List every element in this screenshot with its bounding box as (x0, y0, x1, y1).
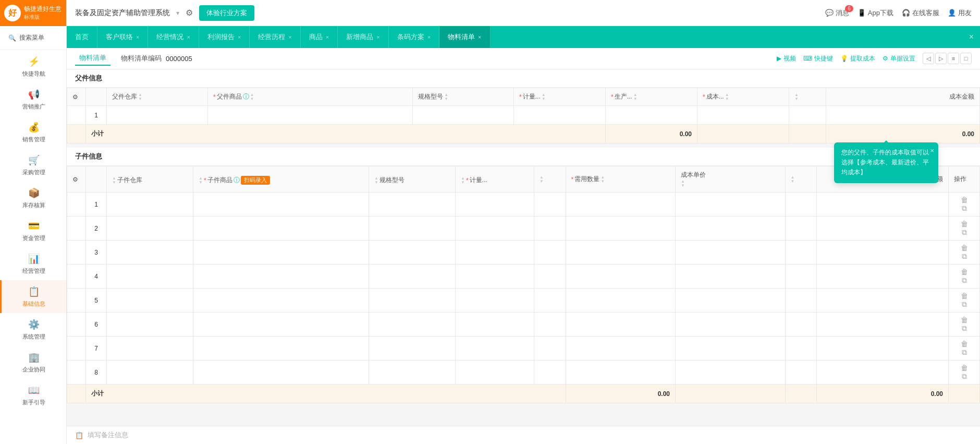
list-view-btn[interactable]: ≡ (948, 53, 959, 64)
child-row3-spec[interactable] (369, 241, 455, 265)
child-row5-spec[interactable] (369, 289, 455, 313)
tab-ops-status-close[interactable]: × (187, 34, 190, 40)
child-row1-warehouse[interactable] (107, 193, 193, 217)
child-row5-goods[interactable] (193, 289, 369, 313)
app-download-item[interactable]: 📱 App下载 (858, 8, 893, 18)
child-row7-unit[interactable] (455, 337, 534, 361)
sidebar-item-sales[interactable]: 💰 销售管理 (0, 116, 66, 149)
copy-row4-icon[interactable]: ⧉ (962, 276, 967, 284)
sub-tab-bom-list[interactable]: 物料清单 (75, 51, 111, 66)
delete-row8-icon[interactable]: 🗑 (961, 364, 968, 372)
copy-row3-icon[interactable]: ⧉ (962, 252, 967, 260)
bottom-label[interactable]: 填写备注信息 (88, 430, 128, 440)
sidebar-item-basic-info[interactable]: 📋 基础信息 (0, 280, 66, 313)
tab-customer[interactable]: 客户联络 × (97, 26, 148, 48)
delete-row6-icon[interactable]: 🗑 (961, 316, 968, 324)
child-row7-warehouse[interactable] (107, 337, 193, 361)
tab-ops-history-close[interactable]: × (288, 34, 291, 40)
sidebar-item-operations[interactable]: 📊 经营管理 (0, 247, 66, 280)
online-service-item[interactable]: 🎧 在线客服 (902, 8, 939, 18)
experience-btn[interactable]: 体验行业方案 (199, 5, 254, 21)
child-row6-qty[interactable] (566, 313, 675, 337)
child-row4-spec[interactable] (369, 265, 455, 289)
child-row2-cost-unit[interactable] (676, 217, 785, 241)
tab-goods[interactable]: 商品 × (301, 26, 338, 48)
tab-bom[interactable]: 物料清单 × (439, 26, 490, 48)
delete-row7-icon[interactable]: 🗑 (961, 340, 968, 348)
child-row6-spec[interactable] (369, 313, 455, 337)
copy-row2-icon[interactable]: ⧉ (962, 228, 967, 236)
child-col-gear[interactable]: ⚙ (67, 166, 86, 193)
grid-view-btn[interactable]: □ (960, 53, 972, 64)
prev-btn[interactable]: ◁ (923, 53, 934, 64)
child-row8-goods[interactable] (193, 361, 369, 385)
tab-bom-close[interactable]: × (478, 34, 481, 40)
parent-col-gear[interactable]: ⚙ (67, 88, 86, 106)
tooltip-close-btn[interactable]: × (930, 146, 934, 157)
sidebar-item-purchase[interactable]: 🛒 采购管理 (0, 149, 66, 182)
tab-customer-close[interactable]: × (136, 34, 139, 40)
delete-row4-icon[interactable]: 🗑 (961, 268, 968, 276)
sidebar-item-quick-nav[interactable]: ⚡ 快捷导航 (0, 50, 66, 83)
child-row8-warehouse[interactable] (107, 361, 193, 385)
copy-row5-icon[interactable]: ⧉ (962, 300, 967, 308)
child-row6-goods[interactable] (193, 313, 369, 337)
search-menu-button[interactable]: 🔍 搜索菜单 (4, 30, 62, 45)
child-row1-goods[interactable] (193, 193, 369, 217)
settings-icon[interactable]: ⚙ (186, 8, 193, 18)
user-item[interactable]: 👤 用友 (948, 8, 972, 18)
child-row7-goods[interactable] (193, 337, 369, 361)
tab-barcode-close[interactable]: × (427, 34, 431, 40)
tab-goods-close[interactable]: × (326, 34, 329, 40)
child-row2-qty[interactable] (566, 217, 675, 241)
copy-row8-icon[interactable]: ⧉ (962, 372, 967, 380)
child-row3-unit[interactable] (455, 241, 534, 265)
sidebar-item-marketing[interactable]: 📢 营销推广 (0, 83, 66, 116)
child-row4-unit[interactable] (455, 265, 534, 289)
parent-row-warehouse[interactable] (107, 106, 208, 125)
child-row1-qty[interactable] (566, 193, 675, 217)
child-row5-cost-unit[interactable] (676, 289, 785, 313)
sidebar-item-system[interactable]: ⚙️ 系统管理 (0, 313, 66, 346)
sidebar-item-enterprise[interactable]: 🏢 企业协同 (0, 346, 66, 379)
video-action[interactable]: ▶ 视频 (777, 54, 796, 63)
scan-badge[interactable]: 扫码录入 (241, 176, 270, 185)
child-row2-unit[interactable] (455, 217, 534, 241)
child-row4-cost-unit[interactable] (676, 265, 785, 289)
tab-barcode[interactable]: 条码方案 × (389, 26, 439, 48)
copy-row1-icon[interactable]: ⧉ (962, 204, 967, 212)
parent-row-production[interactable] (606, 106, 697, 125)
parent-row-goods[interactable] (207, 106, 412, 125)
next-btn[interactable]: ▷ (935, 53, 947, 64)
parent-row-spec[interactable] (413, 106, 514, 125)
close-all-tabs[interactable]: × (963, 32, 980, 42)
sub-tab-bom-code[interactable]: 物料清单编码 0000005 (117, 52, 197, 65)
child-row6-warehouse[interactable] (107, 313, 193, 337)
child-row8-spec[interactable] (369, 361, 455, 385)
message-item[interactable]: 💬 消息 6 (825, 8, 849, 18)
tab-home[interactable]: 首页 (67, 26, 97, 48)
tab-ops-status[interactable]: 经营情况 × (148, 26, 199, 48)
child-row7-spec[interactable] (369, 337, 455, 361)
tab-add-goods-close[interactable]: × (376, 34, 379, 40)
delete-row5-icon[interactable]: 🗑 (961, 292, 968, 300)
child-row8-cost-unit[interactable] (676, 361, 785, 385)
child-row1-cost-unit[interactable] (676, 193, 785, 217)
child-row2-warehouse[interactable] (107, 217, 193, 241)
child-row3-cost-unit[interactable] (676, 241, 785, 265)
child-row4-warehouse[interactable] (107, 265, 193, 289)
child-row1-unit[interactable] (455, 193, 534, 217)
parent-row-unit[interactable] (514, 106, 606, 125)
child-row1-spec[interactable] (369, 193, 455, 217)
child-row7-cost-unit[interactable] (676, 337, 785, 361)
delete-row1-icon[interactable]: 🗑 (961, 196, 968, 204)
shortcut-action[interactable]: ⌨ 快捷键 (803, 54, 833, 63)
child-row3-warehouse[interactable] (107, 241, 193, 265)
child-row5-warehouse[interactable] (107, 289, 193, 313)
child-row4-qty[interactable] (566, 265, 675, 289)
child-row5-unit[interactable] (455, 289, 534, 313)
child-row6-unit[interactable] (455, 313, 534, 337)
child-row8-unit[interactable] (455, 361, 534, 385)
sidebar-item-guide[interactable]: 📖 新手引导 (0, 379, 66, 412)
tab-profit[interactable]: 利润报告 × (199, 26, 250, 48)
